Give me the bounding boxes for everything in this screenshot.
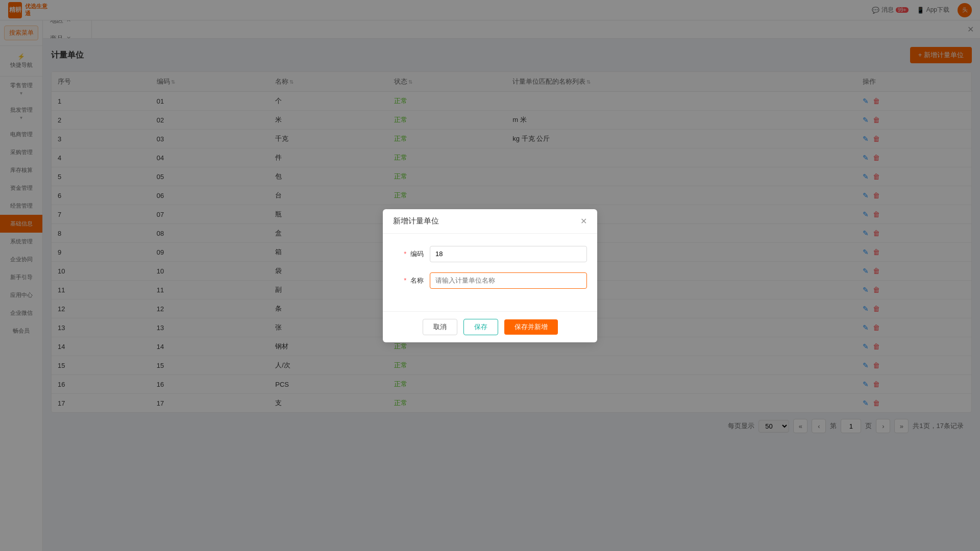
modal-close-btn[interactable]: ✕: [580, 216, 587, 226]
modal-header: 新增计量单位 ✕: [383, 209, 597, 234]
name-input[interactable]: [430, 272, 587, 289]
modal-body: * 编码 * 名称: [383, 234, 597, 311]
code-label: * 编码: [393, 249, 424, 259]
cancel-button[interactable]: 取消: [423, 319, 457, 335]
code-input[interactable]: [430, 246, 587, 262]
save-and-new-button[interactable]: 保存并新增: [504, 319, 558, 335]
required-star-code: *: [404, 250, 406, 258]
modal-title: 新增计量单位: [393, 216, 439, 226]
required-star-name: *: [404, 277, 406, 284]
form-row-code: * 编码: [393, 246, 587, 262]
name-label: * 名称: [393, 276, 424, 285]
form-row-name: * 名称: [393, 272, 587, 289]
modal-footer: 取消 保存 保存并新增: [383, 311, 597, 342]
save-button[interactable]: 保存: [463, 319, 498, 335]
add-unit-modal: 新增计量单位 ✕ * 编码 * 名称 取消 保存 保存并新增: [383, 209, 597, 342]
modal-overlay[interactable]: 新增计量单位 ✕ * 编码 * 名称 取消 保存 保存并新增: [0, 0, 980, 551]
